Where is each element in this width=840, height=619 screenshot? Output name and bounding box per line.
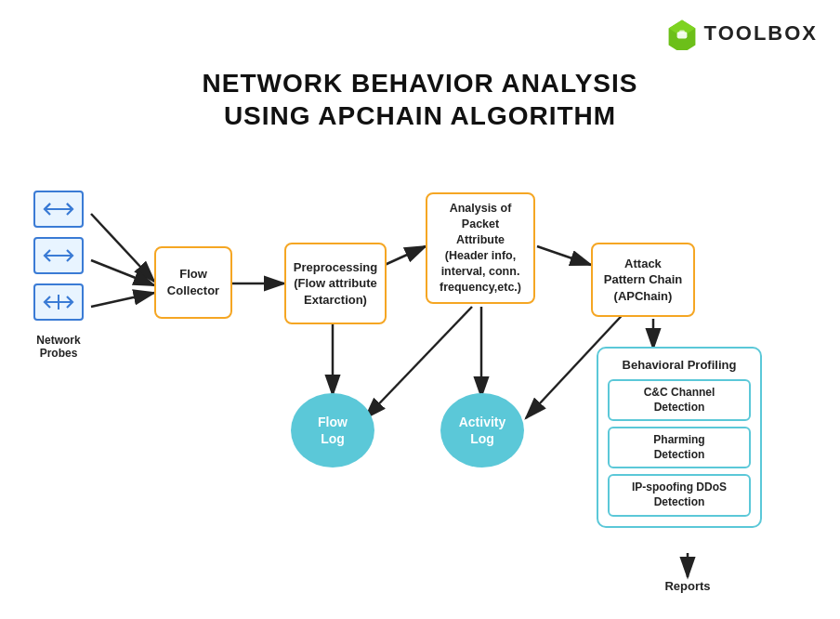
- behavioral-item-3: IP-spoofing DDoSDetection: [608, 474, 751, 516]
- diagram: NetworkProbes: [17, 153, 823, 600]
- network-probes-label: NetworkProbes: [33, 334, 84, 361]
- behavioral-profiling-title: Behavioral Profiling: [608, 358, 751, 372]
- activity-log-label: ActivityLog: [459, 414, 506, 447]
- behavioral-item-2: PharmingDetection: [608, 427, 751, 468]
- apchain-box: AttackPattern Chain(APChain): [591, 243, 695, 317]
- probe-icon-3: [33, 283, 84, 321]
- behavioral-profiling-container: Behavioral Profiling C&C ChannelDetectio…: [597, 347, 762, 528]
- svg-line-13: [91, 260, 154, 285]
- probe-icon-1: [33, 191, 84, 228]
- flow-log-ellipse: FlowLog: [291, 393, 374, 468]
- svg-line-17: [537, 246, 591, 265]
- toolbox-logo-icon: [665, 17, 699, 50]
- probe-icon-2: [33, 237, 84, 274]
- svg-line-12: [91, 214, 154, 282]
- preprocessing-box: Preprocessing(Flow attributeExtarction): [284, 243, 387, 324]
- reports-label: Reports: [658, 579, 717, 593]
- svg-line-16: [385, 246, 426, 265]
- flow-collector-box: FlowCollector: [154, 246, 232, 319]
- page-title: NETWORK BEHAVIOR ANALYSIS USING APCHAIN …: [0, 67, 840, 132]
- preprocessing-label: Preprocessing(Flow attributeExtarction): [294, 259, 377, 309]
- flow-collector-label: FlowCollector: [167, 266, 219, 298]
- logo: TOOLBOX: [665, 17, 818, 50]
- activity-log-ellipse: ActivityLog: [440, 393, 524, 468]
- svg-line-14: [91, 293, 154, 307]
- svg-rect-3: [679, 30, 684, 33]
- network-probes: NetworkProbes: [33, 191, 84, 361]
- apchain-label: AttackPattern Chain(APChain): [604, 256, 683, 305]
- analysis-box: Analysis of PacketAttribute(Header info,…: [426, 192, 535, 304]
- behavioral-item-1: C&C ChannelDetection: [608, 379, 751, 421]
- analysis-label: Analysis of PacketAttribute(Header info,…: [435, 201, 526, 295]
- flow-log-label: FlowLog: [318, 414, 348, 447]
- logo-wordmark: TOOLBOX: [704, 21, 818, 46]
